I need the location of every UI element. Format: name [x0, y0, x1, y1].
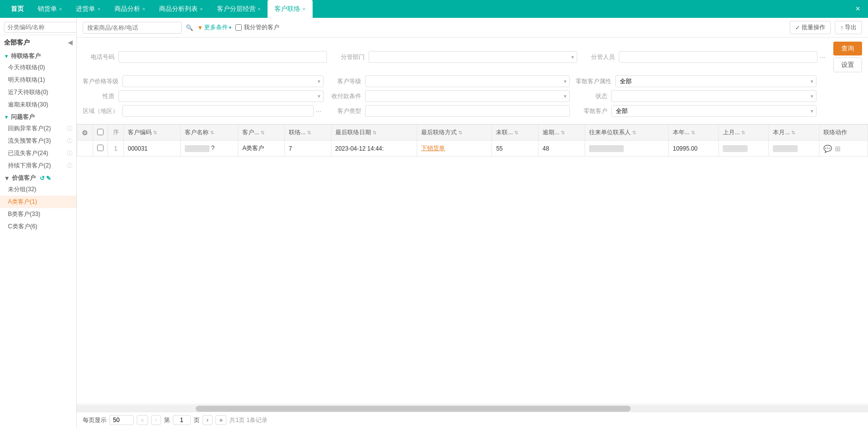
- prev-page-btn[interactable]: ‹: [151, 415, 161, 425]
- next-page-btn[interactable]: ›: [203, 415, 213, 425]
- export-btn[interactable]: ↑ 导出: [835, 21, 862, 34]
- payment-select[interactable]: [365, 90, 570, 102]
- horizontal-scrollbar[interactable]: [77, 406, 868, 412]
- filter-my-customers[interactable]: 我分管的客户: [235, 23, 279, 32]
- filter-more-label: 更多条件: [204, 23, 228, 32]
- region-input[interactable]: [122, 105, 314, 117]
- sidebar-item-a-class[interactable]: A类客户(1): [0, 196, 76, 208]
- status-label: 状态: [576, 92, 611, 101]
- my-customers-checkbox[interactable]: [235, 24, 242, 31]
- value-refresh-icon[interactable]: ↺: [40, 175, 45, 182]
- sidebar-item-b-class[interactable]: B类客户(33): [0, 208, 76, 220]
- filter-search-icon[interactable]: 🔍: [186, 24, 193, 31]
- sidebar-search-area: 🔍: [0, 18, 76, 35]
- row-checkbox[interactable]: [97, 145, 104, 151]
- sidebar-item-abnormal[interactable]: 回购异常客户(2) ⓘ: [0, 122, 76, 135]
- data-table-container: ⚙ 序 客户编码⇅ 客户名称⇅ 客户...⇅: [77, 124, 868, 404]
- nav-customer-segment[interactable]: 客户分层经营 ×: [210, 0, 268, 18]
- window-close-btn[interactable]: ×: [852, 4, 864, 13]
- col-last-month[interactable]: 上月...⇅: [719, 125, 769, 141]
- dept-select[interactable]: [369, 51, 577, 63]
- row-level: A类客户: [238, 141, 285, 157]
- filter-cell-cust-type: 客户类型: [329, 105, 570, 117]
- nav-goods-analysis[interactable]: 商品分析 ×: [108, 0, 152, 18]
- filter-more-btn[interactable]: ▼ 更多条件 ▾: [197, 23, 231, 32]
- nav-customer-segment-label: 客户分层经营: [217, 0, 256, 18]
- sidebar-search-input[interactable]: [4, 22, 77, 33]
- col-last-date[interactable]: 最后联络日期⇅: [331, 125, 417, 141]
- sparse-attr-select[interactable]: 全部: [615, 75, 816, 87]
- last-method-link[interactable]: 下销货单: [421, 145, 445, 152]
- col-unit-contact[interactable]: 往来单位联系人⇅: [585, 125, 668, 141]
- col-level[interactable]: 客户...⇅: [238, 125, 285, 141]
- sidebar-item-7days[interactable]: 近7天待联络(0): [0, 86, 76, 99]
- manager-input[interactable]: [619, 51, 817, 63]
- col-last-method[interactable]: 最后联络方式⇅: [417, 125, 492, 141]
- phone-label: 电话号码: [83, 53, 118, 61]
- sort-this-year-icon: ⇅: [691, 130, 695, 135]
- nature-select[interactable]: [118, 90, 324, 102]
- nav-purchase-close[interactable]: ×: [97, 0, 100, 18]
- nav-customer-contact-close[interactable]: ×: [302, 0, 305, 18]
- filter-search-input[interactable]: [83, 22, 182, 34]
- sidebar-item-c-class[interactable]: C类客户(6): [0, 220, 76, 233]
- page-input[interactable]: [173, 415, 191, 425]
- nav-sales-close[interactable]: ×: [59, 0, 62, 18]
- nav-customer-segment-close[interactable]: ×: [258, 0, 261, 18]
- row-last-method[interactable]: 下销货单: [417, 141, 492, 157]
- col-this-year[interactable]: 本年...⇅: [668, 125, 718, 141]
- sidebar-item-tomorrow[interactable]: 明天待联络(1): [0, 74, 76, 86]
- region-dots[interactable]: ···: [314, 107, 324, 115]
- link-action-icon[interactable]: ⊞: [835, 145, 841, 153]
- data-table: ⚙ 序 客户编码⇅ 客户名称⇅ 客户...⇅: [77, 124, 868, 157]
- col-code[interactable]: 客户编码⇅: [124, 125, 181, 141]
- manager-dots[interactable]: ···: [817, 53, 827, 61]
- col-this-month[interactable]: 本月...⇅: [769, 125, 819, 141]
- gear-icon[interactable]: ⚙: [82, 129, 88, 137]
- sidebar-item-today[interactable]: 今天待联络(0): [0, 61, 76, 74]
- setting-btn[interactable]: 设置: [833, 57, 862, 72]
- phone-input[interactable]: [118, 51, 327, 63]
- nav-goods-list-close[interactable]: ×: [200, 0, 203, 18]
- price-level-select[interactable]: [122, 75, 324, 87]
- row-checkbox-cell[interactable]: [93, 141, 108, 157]
- col-overdue[interactable]: 逾期...⇅: [539, 125, 585, 141]
- col-contact[interactable]: 联络...⇅: [284, 125, 331, 141]
- sparse-select[interactable]: 全部: [611, 105, 816, 117]
- content-area: 🔍 ▼ 更多条件 ▾ 我分管的客户 ✓ 批量操作 ↑ 导出: [77, 18, 868, 428]
- col-name[interactable]: 客户名称⇅: [180, 125, 238, 141]
- filter-cell-region: 区域（地区） ···: [83, 105, 324, 117]
- batch-op-btn[interactable]: ✓ 批量操作: [790, 21, 831, 34]
- scrollbar-area[interactable]: [77, 404, 868, 412]
- col-no-contact[interactable]: 未联...⇅: [492, 125, 539, 141]
- nav-sales[interactable]: 销货单 ×: [31, 0, 69, 18]
- page-size-select[interactable]: 50 20 100 200: [109, 415, 134, 425]
- cust-level-label: 客户等级: [329, 77, 365, 86]
- cust-type-input[interactable]: [365, 105, 570, 117]
- nav-home[interactable]: 首页: [4, 0, 31, 18]
- cust-level-select[interactable]: [365, 75, 570, 87]
- sidebar-all-customers[interactable]: 全部客户 ◀: [0, 35, 76, 50]
- sidebar-item-declining[interactable]: 持续下滑客户(2) ⓘ: [0, 160, 76, 172]
- last-page-btn[interactable]: »: [216, 415, 227, 425]
- nav-goods-analysis-close[interactable]: ×: [142, 0, 145, 18]
- first-page-btn[interactable]: «: [137, 415, 148, 425]
- row-actions: 💬 ⊞: [819, 141, 868, 157]
- select-all-checkbox[interactable]: [97, 129, 104, 135]
- sidebar-item-unclassified[interactable]: 未分组(32): [0, 183, 76, 196]
- nav-goods-list[interactable]: 商品分析列表 ×: [152, 0, 210, 18]
- col-gear[interactable]: ⚙: [77, 125, 93, 141]
- sidebar-item-churn-warning[interactable]: 流失预警客户(3) ⓘ: [0, 135, 76, 147]
- page-label: 第: [164, 416, 170, 425]
- filter-cell-payment: 收付款条件: [329, 90, 570, 102]
- row-name-suffix: ?: [211, 145, 215, 152]
- sidebar-item-churned[interactable]: 已流失客户(24) ⓘ: [0, 147, 76, 160]
- value-edit-icon[interactable]: ✎: [46, 175, 51, 182]
- status-select[interactable]: [611, 90, 816, 102]
- comment-action-icon[interactable]: 💬: [823, 145, 832, 153]
- col-checkbox[interactable]: [93, 125, 108, 141]
- query-btn[interactable]: 查询: [833, 42, 862, 55]
- nav-customer-contact[interactable]: 客户联络 ×: [268, 0, 312, 18]
- sidebar-item-overdue[interactable]: 逾期未联络(30): [0, 99, 76, 111]
- nav-purchase[interactable]: 进货单 ×: [69, 0, 107, 18]
